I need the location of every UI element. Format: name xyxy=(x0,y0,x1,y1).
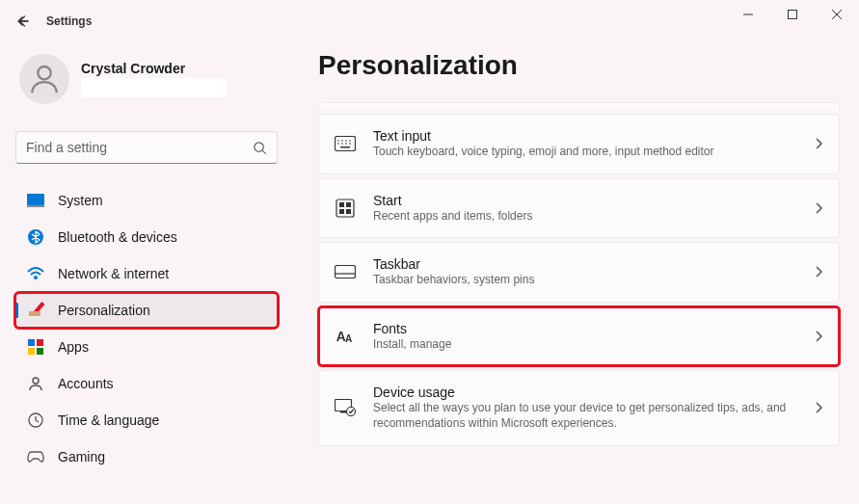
svg-rect-3 xyxy=(27,194,44,205)
svg-point-2 xyxy=(255,142,263,150)
search-icon xyxy=(253,141,267,155)
nav-label: Gaming xyxy=(58,449,105,464)
keyboard-icon xyxy=(335,133,356,154)
minimize-button[interactable] xyxy=(726,0,770,29)
nav-label: Bluetooth & devices xyxy=(58,229,177,245)
profile[interactable]: Crystal Crowder xyxy=(15,46,278,112)
card-title: Device usage xyxy=(373,385,796,400)
card-device-usage[interactable]: Device usage Select all the ways you pla… xyxy=(318,370,840,445)
svg-rect-28 xyxy=(339,209,344,214)
avatar-icon xyxy=(26,61,63,97)
svg-point-1 xyxy=(38,66,50,79)
card-title: Start xyxy=(373,193,796,208)
svg-point-22 xyxy=(345,143,347,145)
start-icon xyxy=(335,198,356,219)
profile-name: Crystal Crowder xyxy=(81,61,274,76)
svg-point-23 xyxy=(349,143,351,145)
svg-point-17 xyxy=(341,140,343,142)
nav-label: Accounts xyxy=(58,376,114,391)
svg-rect-25 xyxy=(336,199,354,217)
svg-point-18 xyxy=(345,140,347,142)
personalization-icon xyxy=(27,302,44,319)
card-taskbar[interactable]: Taskbar Taskbar behaviors, system pins xyxy=(318,242,840,303)
profile-info: Crystal Crowder xyxy=(81,61,274,97)
svg-rect-8 xyxy=(29,311,40,316)
titlebar: Settings xyxy=(0,0,859,42)
sidebar-item-apps[interactable]: Apps xyxy=(15,330,278,364)
search-input[interactable] xyxy=(26,140,253,155)
svg-point-21 xyxy=(341,143,343,145)
chevron-right-icon xyxy=(814,201,823,215)
card-subtitle: Recent apps and items, folders xyxy=(373,209,796,225)
window-title: Settings xyxy=(46,14,92,28)
bluetooth-icon xyxy=(27,228,44,246)
back-button[interactable] xyxy=(8,6,39,37)
maximize-button[interactable] xyxy=(770,0,815,29)
sidebar: Crystal Crowder System Bluetooth & devic… xyxy=(0,42,289,504)
nav-label: Time & language xyxy=(58,412,159,428)
svg-rect-34 xyxy=(340,411,346,413)
svg-point-20 xyxy=(337,143,339,145)
chevron-right-icon xyxy=(814,265,823,279)
sidebar-item-personalization[interactable]: Personalization xyxy=(15,293,278,328)
sidebar-item-bluetooth[interactable]: Bluetooth & devices xyxy=(15,220,278,254)
svg-rect-0 xyxy=(789,11,797,19)
sidebar-item-accounts[interactable]: Accounts xyxy=(15,366,278,401)
nav: System Bluetooth & devices Network & int… xyxy=(15,183,278,474)
svg-text:A: A xyxy=(345,333,353,344)
close-button[interactable] xyxy=(815,0,859,29)
svg-rect-29 xyxy=(346,209,351,214)
search-box[interactable] xyxy=(15,131,278,164)
fonts-icon: AA xyxy=(335,326,356,347)
system-icon xyxy=(27,192,44,209)
svg-rect-10 xyxy=(37,339,43,346)
svg-rect-11 xyxy=(28,348,35,355)
nav-label: Personalization xyxy=(58,303,150,318)
page-title: Personalization xyxy=(318,50,840,81)
apps-icon xyxy=(27,338,44,356)
card-subtitle: Select all the ways you plan to use your… xyxy=(373,401,796,431)
avatar xyxy=(19,54,69,104)
svg-rect-26 xyxy=(339,202,344,207)
svg-rect-27 xyxy=(346,202,351,207)
time-icon xyxy=(27,411,44,429)
svg-rect-12 xyxy=(37,348,43,355)
svg-rect-24 xyxy=(340,146,350,148)
card-text-input[interactable]: Text input Touch keyboard, voice typing,… xyxy=(318,114,840,174)
sidebar-item-time[interactable]: Time & language xyxy=(15,403,278,438)
nav-label: System xyxy=(58,193,103,208)
svg-rect-30 xyxy=(336,266,356,279)
nav-label: Apps xyxy=(58,339,89,355)
chevron-right-icon xyxy=(814,330,823,343)
chevron-right-icon xyxy=(814,401,823,414)
taskbar-icon xyxy=(335,261,356,282)
svg-point-13 xyxy=(33,378,39,384)
sidebar-item-system[interactable]: System xyxy=(15,183,278,218)
svg-rect-4 xyxy=(27,205,44,207)
maximize-icon xyxy=(788,10,797,19)
card-fonts[interactable]: AA Fonts Install, manage xyxy=(318,306,840,367)
close-icon xyxy=(832,10,842,19)
sidebar-item-gaming[interactable]: Gaming xyxy=(15,439,278,474)
card-subtitle: Touch keyboard, voice typing, emoji and … xyxy=(373,145,796,160)
chevron-right-icon xyxy=(814,137,823,150)
window-controls xyxy=(726,0,859,29)
profile-email xyxy=(81,78,226,97)
card-stub xyxy=(318,102,840,110)
network-icon xyxy=(27,265,44,282)
main-content: Personalization Text input Touch keyboar… xyxy=(289,42,859,504)
card-subtitle: Install, manage xyxy=(373,337,796,353)
sidebar-item-network[interactable]: Network & internet xyxy=(15,256,278,291)
nav-label: Network & internet xyxy=(58,266,169,281)
svg-rect-9 xyxy=(28,339,35,346)
gaming-icon xyxy=(27,448,44,465)
back-arrow-icon xyxy=(15,13,31,29)
card-start[interactable]: Start Recent apps and items, folders xyxy=(318,178,840,239)
card-title: Text input xyxy=(373,128,796,144)
minimize-icon xyxy=(743,10,753,19)
svg-point-19 xyxy=(349,140,351,142)
card-title: Fonts xyxy=(373,321,796,336)
card-subtitle: Taskbar behaviors, system pins xyxy=(373,273,796,288)
accounts-icon xyxy=(27,375,44,392)
card-title: Taskbar xyxy=(373,256,796,272)
